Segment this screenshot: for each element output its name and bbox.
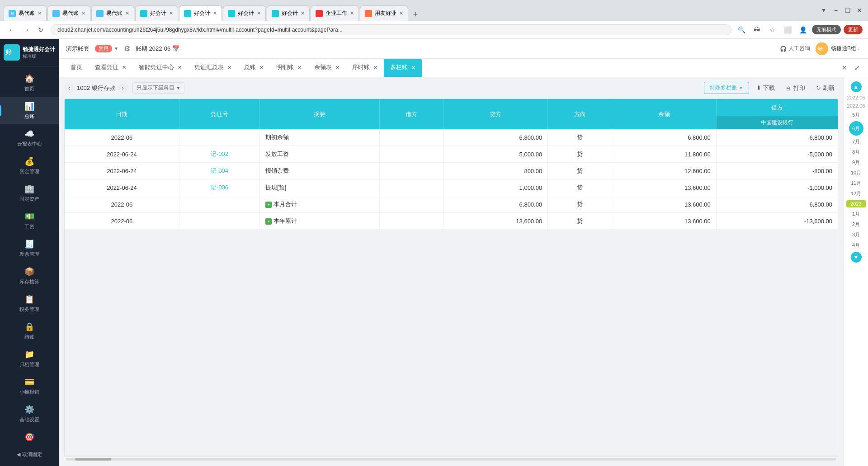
account-prev-button[interactable]: ‹ [64,83,74,93]
search-icon[interactable]: 🔍 [735,24,748,36]
tab-close-3[interactable]: ✕ [125,10,129,16]
browser-tab-5[interactable]: 好会计 ✕ [179,5,222,21]
tab-collapse-button[interactable]: ✕ [839,62,850,73]
browser-tab-7[interactable]: 好会计 ✕ [267,5,310,21]
calendar-2023-month-2[interactable]: 2月 [846,219,866,230]
calendar-scroll-down[interactable]: ▼ [851,252,862,263]
calendar-2023-month-4[interactable]: 4月 [846,240,866,250]
tab-expand-button[interactable]: ⤢ [852,62,863,73]
tab-general-ledger[interactable]: 总账 ✕ [238,59,270,77]
user-profile-icon[interactable]: 👤 [797,24,809,36]
user-menu[interactable]: 畅 畅捷通B组... [816,42,861,55]
browser-tab-1[interactable]: 易 易代账 ✕ [4,5,47,21]
tab-close-1[interactable]: ✕ [38,10,42,16]
tab-detailed-ledger-close[interactable]: ✕ [297,65,302,71]
browser-tab-6[interactable]: 好会计 ✕ [223,5,266,21]
td-voucher-1[interactable]: 记-002 [179,146,259,163]
consult-button[interactable]: 🎧 人工咨询 [780,45,810,52]
sidebar-item-tax[interactable]: 📋 税务管理 [0,290,59,317]
special-multi-col-button[interactable]: 特殊多栏账 ▼ [704,82,749,94]
calendar-month-10[interactable]: 10月 [846,168,866,178]
scroll-thumb[interactable] [75,458,111,461]
new-tab-button[interactable]: + [409,8,422,21]
tab-voucher-summary[interactable]: 凭证汇总表 ✕ [188,59,238,77]
header-badge-dropdown[interactable]: 禁用 ▼ [95,45,118,52]
incognito-icon[interactable]: 🕶 [750,24,763,36]
tab-close-6[interactable]: ✕ [257,10,261,16]
close-window-button[interactable]: ✕ [854,5,864,15]
no-trace-button[interactable]: 无痕模式 [812,25,841,34]
tab-multi-col-close[interactable]: ✕ [411,65,415,71]
tab-close-5[interactable]: ✕ [213,10,217,16]
tab-balance-sheet[interactable]: 余额表 ✕ [308,59,346,77]
print-button[interactable]: 🖨 打印 [782,82,809,94]
calendar-icon[interactable]: 📅 [172,45,179,52]
restore-button[interactable]: ❐ [843,5,853,15]
sub-filter-dropdown[interactable]: 只显示下级科目 ▼ [132,82,185,94]
calendar-scroll-up[interactable]: ▲ [851,81,862,92]
calendar-2023-month-3[interactable]: 3月 [846,230,866,240]
sidebar-item-invoice[interactable]: 🧾 发票管理 [0,235,59,262]
sidebar-item-guide[interactable]: 🎯 新手引导 [0,428,59,443]
calendar-2023-month-1[interactable]: 1月 [846,209,866,219]
browser-tab-2[interactable]: 易代账 ✕ [47,5,90,21]
sidebar-item-fund[interactable]: 💰 资金管理 [0,152,59,179]
window-icon[interactable]: ⬜ [781,24,794,36]
tab-smart-voucher-close[interactable]: ✕ [178,65,182,71]
sidebar-item-expense[interactable]: 💳 小畅报销 [0,372,59,400]
sidebar-item-archive[interactable]: 📁 归档管理 [0,345,59,372]
tab-view-voucher[interactable]: 查看凭证 ✕ [89,59,132,77]
address-input[interactable] [51,24,731,35]
calendar-month-6[interactable]: 6月 [849,121,863,136]
tab-close-7[interactable]: ✕ [301,10,305,16]
forward-button[interactable]: → [20,24,33,36]
tab-balance-sheet-close[interactable]: ✕ [335,65,340,71]
bookmark-icon[interactable]: ☆ [766,24,778,36]
update-button[interactable]: 更新 [844,25,863,34]
sidebar-item-settings[interactable]: ⚙️ 基础设置 [0,400,59,428]
tab-close-4[interactable]: ✕ [169,10,173,16]
bottom-scrollbar[interactable] [64,456,838,461]
calendar-month-8[interactable]: 8月 [846,147,866,157]
tab-view-voucher-close[interactable]: ✕ [122,65,126,71]
tab-close-2[interactable]: ✕ [81,10,85,16]
account-next-button[interactable]: › [118,83,128,93]
sidebar-item-payroll[interactable]: 💵 工资 [0,207,59,235]
sidebar-item-ledger[interactable]: 📊 总账 [0,97,59,124]
tab-multi-col[interactable]: 多栏账 ✕ [384,59,422,77]
browser-tab-3[interactable]: 易代账 ✕ [91,5,134,21]
td-voucher-2[interactable]: 记-004 [179,163,259,179]
tab-journal[interactable]: 序时账 ✕ [346,59,384,77]
tab-general-ledger-close[interactable]: ✕ [259,65,264,71]
sidebar-item-assets[interactable]: 🏢 固定资产 [0,179,59,207]
tab-list-button[interactable]: ▼ [818,5,829,16]
sidebar-item-closing[interactable]: 🔒 结账 [0,317,59,345]
browser-tab-8[interactable]: 企业工作 ✕ [311,5,359,21]
refresh-button[interactable]: ↻ 刷新 [812,82,838,94]
refresh-button[interactable]: ↻ [34,24,47,36]
back-button[interactable]: ← [5,24,18,36]
minimize-button[interactable]: − [831,5,841,15]
sidebar-item-cloud-report[interactable]: ☁️ 云报表中心 [0,124,59,152]
sidebar-item-inventory[interactable]: 📦 库存核算 [0,262,59,290]
calendar-month-5[interactable]: 5月 [846,110,866,120]
tab-journal-close[interactable]: ✕ [373,65,377,71]
browser-tab-4[interactable]: 好会计 ✕ [135,5,178,21]
browser-tab-9[interactable]: 用友好业 ✕ [360,5,408,21]
sidebar-item-home[interactable]: 🏠 首页 [0,69,59,97]
settings-gear-icon[interactable]: ⚙ [124,44,130,53]
tab-close-9[interactable]: ✕ [399,10,403,16]
unpin-button[interactable]: ◀ 取消固定 [0,447,59,461]
tab-voucher-summary-close[interactable]: ✕ [227,65,231,71]
calendar-month-7[interactable]: 7月 [846,137,866,147]
tab-close-8[interactable]: ✕ [350,10,354,16]
tab-home[interactable]: 首页 [64,59,89,77]
tab-detailed-ledger[interactable]: 明细账 ✕ [270,59,308,77]
calendar-month-11[interactable]: 11月 [846,178,866,188]
download-button[interactable]: ⬇ 下载 [753,82,778,94]
tab-smart-voucher[interactable]: 智能凭证中心 ✕ [132,59,188,77]
calendar-month-9[interactable]: 9月 [846,157,866,168]
td-voucher-3[interactable]: 记-006 [179,179,259,196]
calendar-month-12[interactable]: 12月 [846,188,866,199]
filter-chevron-icon: ▼ [176,85,181,90]
